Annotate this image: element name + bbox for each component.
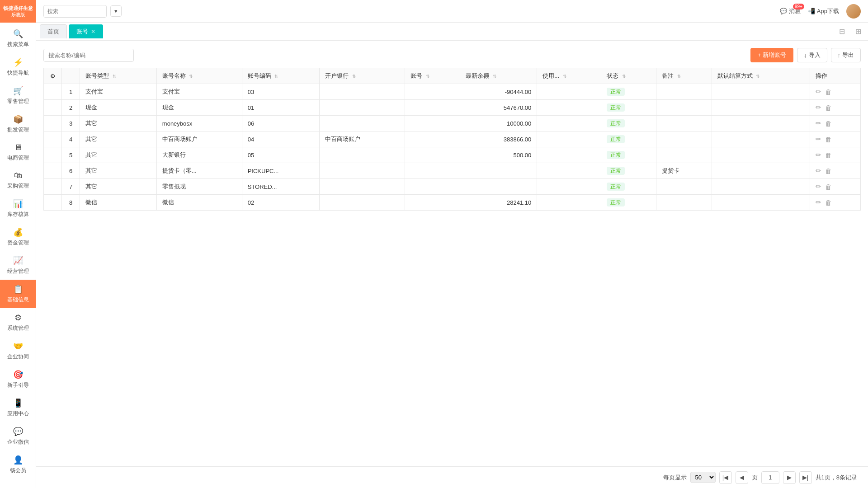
pagination: 每页显示 50 100 200 |◀ ◀ 页 ▶ ▶| 共1页，8条记录 [36, 466, 868, 488]
delete-icon-2[interactable]: 🗑 [825, 120, 832, 127]
row-defaultpay-1 [712, 100, 810, 116]
app-download-button[interactable]: 📲 App下载 [808, 7, 839, 15]
add-account-button[interactable]: + 新增账号 [750, 48, 793, 62]
delete-icon-7[interactable]: 🗑 [825, 199, 832, 206]
tab-expand-btn[interactable]: ⊞ [852, 25, 864, 38]
row-balance-7: 28241.10 [460, 195, 537, 211]
delete-icon-6[interactable]: 🗑 [825, 183, 832, 191]
message-badge: 99+ [793, 4, 804, 9]
sidebar-item-guide[interactable]: 🎯 新手引导 [0, 365, 36, 394]
sidebar-label-operations: 经营管理 [2, 267, 34, 275]
sidebar-item-search[interactable]: 🔍 搜索菜单 [0, 24, 36, 53]
user-avatar[interactable] [846, 4, 861, 19]
col-settings[interactable]: ⚙ [44, 68, 62, 84]
col-type[interactable]: 账号类型 ⇅ [80, 68, 157, 84]
sidebar-item-appcenter[interactable]: 📱 应用中心 [0, 394, 36, 422]
sort-code-icon: ⇅ [274, 74, 278, 79]
edit-icon-6[interactable]: ✏ [816, 183, 821, 191]
row-remark-4 [656, 147, 712, 163]
row-name-4: 大新银行 [156, 147, 242, 163]
retail-icon: 🛒 [2, 86, 34, 96]
page-number-input[interactable] [761, 471, 779, 484]
table-row: 6 其它 提货卡（零... PICKUPC... 正常 提货卡 ✏ 🗑 [44, 163, 861, 179]
delete-icon-3[interactable]: 🗑 [825, 136, 832, 143]
cooperation-icon: 🤝 [2, 341, 34, 351]
sidebar-item-capital[interactable]: 💰 资金管理 [0, 223, 36, 251]
tab-close-icon[interactable]: ✕ [91, 28, 95, 35]
import-button[interactable]: ↓ 导入 [797, 48, 827, 62]
sidebar-item-wechat[interactable]: 💬 企业微信 [0, 422, 36, 450]
table-row: 7 其它 零售抵现 STORED... 正常 ✏ 🗑 [44, 179, 861, 195]
col-usage-label: 使用... [542, 72, 559, 79]
col-remark[interactable]: 备注 ⇅ [656, 68, 712, 84]
edit-icon-3[interactable]: ✏ [816, 135, 821, 143]
edit-icon-4[interactable]: ✏ [816, 151, 821, 159]
sidebar-item-retail[interactable]: 🛒 零售管理 [0, 81, 36, 110]
row-defaultpay-2 [712, 116, 810, 131]
col-balance[interactable]: 最新余额 ⇅ [460, 68, 537, 84]
next-page-btn[interactable]: ▶ [783, 471, 796, 484]
col-bank[interactable]: 开户银行 ⇅ [320, 68, 405, 84]
sidebar-item-cooperation[interactable]: 🤝 企业协同 [0, 337, 36, 365]
col-defaultpay[interactable]: 默认结算方式 ⇅ [712, 68, 810, 84]
row-defaultpay-4 [712, 147, 810, 163]
table-row: 5 其它 大新银行 05 500.00 正常 ✏ 🗑 [44, 147, 861, 163]
row-balance-1: 547670.00 [460, 100, 537, 116]
row-settings-2 [44, 116, 62, 131]
tab-home[interactable]: 首页 [40, 24, 67, 38]
edit-icon-1[interactable]: ✏ [816, 103, 821, 112]
top-dropdown-btn[interactable]: ▾ [110, 5, 122, 17]
top-search-input[interactable] [43, 5, 107, 18]
per-page-select[interactable]: 50 100 200 [690, 472, 716, 483]
sidebar-item-wholesale[interactable]: 📦 批发管理 [0, 110, 36, 138]
edit-icon-2[interactable]: ✏ [816, 119, 821, 127]
row-status-2: 正常 [601, 116, 656, 131]
sort-account-icon: ⇅ [426, 74, 429, 79]
edit-icon-0[interactable]: ✏ [816, 88, 821, 96]
row-name-5: 提货卡（零... [156, 163, 242, 179]
message-button[interactable]: 💬 消息 99+ [780, 7, 801, 15]
status-badge-0: 正常 [607, 88, 625, 96]
sidebar-item-ecommerce[interactable]: 🖥 电商管理 [0, 138, 36, 166]
row-usage-4 [537, 147, 601, 163]
table-row: 2 现金 现金 01 547670.00 正常 ✏ 🗑 [44, 100, 861, 116]
col-status[interactable]: 状态 ⇅ [601, 68, 656, 84]
row-bank-0 [320, 84, 405, 100]
app-download-label: App下载 [817, 7, 839, 15]
row-type-7: 微信 [80, 195, 157, 211]
row-actions-6: ✏ 🗑 [810, 179, 861, 195]
search-button[interactable]: 🔍 [129, 49, 134, 61]
sidebar-item-purchase[interactable]: 🛍 采购管理 [0, 166, 36, 194]
delete-icon-1[interactable]: 🗑 [825, 104, 832, 112]
tab-account[interactable]: 账号 ✕ [69, 24, 103, 38]
tab-minimize-btn[interactable]: ⊟ [835, 25, 848, 38]
delete-icon-5[interactable]: 🗑 [825, 167, 832, 175]
edit-icon-7[interactable]: ✏ [816, 198, 821, 206]
prev-page-btn[interactable]: ◀ [736, 471, 748, 484]
sidebar-item-shortcut[interactable]: ⚡ 快捷导航 [0, 53, 36, 81]
sidebar-item-operations[interactable]: 📈 经营管理 [0, 251, 36, 280]
delete-icon-0[interactable]: 🗑 [825, 88, 832, 96]
first-page-btn[interactable]: |◀ [719, 471, 732, 484]
search-input[interactable] [44, 49, 129, 61]
col-account[interactable]: 账号 ⇅ [405, 68, 460, 84]
row-balance-3: 383866.00 [460, 131, 537, 147]
last-page-btn[interactable]: ▶| [799, 471, 812, 484]
sidebar-item-basic[interactable]: 📋 基础信息 [0, 280, 36, 308]
sidebar-item-member[interactable]: 👤 畅会员 [0, 450, 36, 479]
col-name[interactable]: 账号名称 ⇅ [156, 68, 242, 84]
sidebar-item-system[interactable]: ⚙ 系统管理 [0, 308, 36, 337]
sidebar-item-inventory[interactable]: 📊 库存核算 [0, 194, 36, 223]
row-bank-7 [320, 195, 405, 211]
delete-icon-4[interactable]: 🗑 [825, 151, 832, 159]
row-usage-5 [537, 163, 601, 179]
row-balance-2: 10000.00 [460, 116, 537, 131]
col-usage[interactable]: 使用... ⇅ [537, 68, 601, 84]
header-right: 💬 消息 99+ 📲 App下载 [780, 4, 861, 19]
edit-icon-5[interactable]: ✏ [816, 167, 821, 175]
row-account-0 [405, 84, 460, 100]
export-button[interactable]: ↑ 导出 [831, 48, 861, 62]
table-body: 1 支付宝 支付宝 03 -90444.00 正常 ✏ 🗑 2 现金 现 [44, 84, 861, 211]
col-code[interactable]: 账号编码 ⇅ [242, 68, 320, 84]
sidebar-label-ecommerce: 电商管理 [2, 154, 34, 162]
